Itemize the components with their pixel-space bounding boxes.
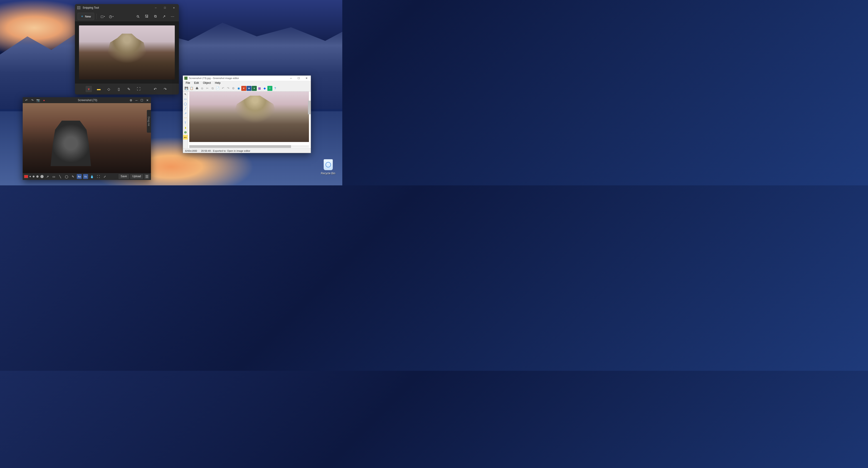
rect-tool[interactable]: ▭ — [183, 97, 188, 101]
screenshot-content — [189, 92, 309, 142]
size-3[interactable] — [36, 175, 39, 178]
save-button[interactable]: Save — [119, 174, 129, 179]
zoom-button[interactable] — [134, 13, 142, 20]
minimize-button[interactable]: ─ — [287, 76, 295, 81]
undo-button[interactable]: ↶ — [24, 98, 29, 103]
color-swatch[interactable] — [24, 175, 28, 178]
copy-icon[interactable]: ⧉ — [210, 86, 215, 91]
save-button[interactable]: 🖫 — [143, 13, 150, 20]
outlook-icon[interactable]: ◉ — [236, 86, 241, 91]
snipping-canvas[interactable] — [75, 21, 179, 84]
imgur-icon[interactable]: i — [268, 86, 272, 91]
snip-mode-button[interactable]: ◻▾ — [99, 13, 106, 20]
more-button[interactable]: ⋯ — [169, 13, 176, 20]
maximize-button[interactable]: ☐ — [139, 98, 145, 103]
resize-tool[interactable]: ⤢ — [102, 174, 107, 179]
size-4[interactable] — [40, 175, 43, 178]
pen-tool[interactable]: ▾ — [86, 86, 92, 92]
menu-help[interactable]: Help — [213, 81, 222, 85]
highlighter-tool[interactable]: ▬ — [96, 86, 102, 92]
blur-tool[interactable]: 💧 — [89, 174, 94, 179]
share-button[interactable]: ↗ — [160, 13, 167, 20]
clipboard-icon[interactable]: 📋 — [189, 86, 194, 91]
redo-button[interactable]: ↷ — [30, 98, 35, 103]
undo-icon[interactable]: ↶ — [220, 86, 225, 91]
line-tool[interactable]: ╱ — [183, 106, 188, 111]
save-icon[interactable]: 💾 — [184, 86, 189, 91]
highlight-tool[interactable]: abc — [183, 135, 188, 140]
crop-tool[interactable]: ⛶ — [135, 86, 142, 92]
text-tool[interactable]: Aa — [77, 174, 82, 179]
counter-tool[interactable]: ➊ — [183, 130, 188, 135]
snipping-edit-toolbar: ▾ ▬ ◇ ▯ ✎ ⛶ ↶ ↷ — [75, 84, 179, 94]
help-icon[interactable]: ? — [273, 86, 278, 91]
undo-button[interactable]: ↶ — [152, 86, 158, 92]
minimize-button[interactable]: ─ — [151, 4, 160, 11]
close-button[interactable]: ✕ — [303, 76, 310, 81]
line-tool[interactable]: ╲ — [58, 174, 63, 179]
touch-tool[interactable]: ✎ — [126, 86, 132, 92]
delete-icon[interactable]: ⊖ — [199, 86, 205, 91]
recycle-bin-icon — [324, 159, 333, 170]
ellipse-tool[interactable]: ◯ — [64, 174, 69, 179]
size-1[interactable] — [30, 176, 31, 177]
screenshot-preview — [79, 25, 175, 80]
maximize-button[interactable]: ☐ — [295, 76, 303, 81]
greenshot-canvas[interactable] — [188, 92, 311, 148]
speech-tool[interactable]: ◗ — [183, 125, 188, 130]
cursor-tool[interactable]: ↖ — [183, 92, 188, 96]
vertical-scrollbar[interactable] — [308, 100, 311, 114]
size-2[interactable] — [33, 176, 34, 177]
new-snip-button[interactable]: + New — [78, 13, 94, 20]
onenote-icon[interactable]: ▦ — [257, 86, 262, 91]
menu-button[interactable]: ☰ — [144, 174, 150, 179]
powerpoint-icon[interactable]: P — [241, 86, 246, 91]
word-icon[interactable]: W — [247, 86, 251, 91]
minimize-button[interactable]: ─ — [134, 98, 139, 103]
scrollbar-thumb[interactable] — [189, 145, 291, 148]
settings-button[interactable]: ⚙ — [128, 98, 134, 103]
excel-icon[interactable]: X — [252, 86, 257, 91]
arrow-tool[interactable]: ↗ — [45, 174, 50, 179]
maximize-button[interactable]: ☐ — [160, 4, 169, 11]
drag-handle[interactable]: Drag me — [147, 110, 151, 133]
close-button[interactable]: ✕ — [169, 4, 178, 11]
cut-icon[interactable]: ✂ — [205, 86, 210, 91]
dropbox-icon[interactable]: ◆ — [262, 86, 267, 91]
menu-edit[interactable]: Edit — [192, 81, 200, 85]
sharex-canvas[interactable]: Drag me — [23, 103, 151, 173]
text-tool[interactable]: T — [183, 121, 188, 125]
greenshot-body: ↖ ▭ ◯ ╱ ↗ 〰 T ◗ ➊ abc — [183, 92, 311, 148]
paste-icon[interactable]: 📄 — [215, 86, 220, 91]
redo-button[interactable]: ↷ — [162, 86, 168, 92]
record-button[interactable]: ● — [41, 98, 47, 103]
screenshot-content — [23, 103, 151, 173]
snipping-toolbar: + New ◻▾ ◷▾ 🖫 ⧉ ↗ ⋯ — [75, 11, 179, 21]
redo-icon[interactable]: ↷ — [226, 86, 230, 91]
greenshot-titlebar[interactable]: Screenshot (73).jpg - Greenshot image ed… — [183, 76, 311, 81]
eraser-tool[interactable]: ◇ — [105, 86, 112, 92]
recycle-bin[interactable]: Recycle Bin — [319, 159, 337, 175]
separator — [96, 13, 97, 19]
close-button[interactable]: ✕ — [145, 98, 150, 103]
pencil-tool[interactable]: ✎ — [70, 174, 75, 179]
upload-button[interactable]: Upload — [130, 174, 143, 179]
capture-button[interactable]: 📷 — [35, 98, 41, 103]
ruler-tool[interactable]: ▯ — [116, 86, 122, 92]
print-icon[interactable]: 🖶 — [194, 86, 199, 91]
crop-tool[interactable]: ⛶ — [96, 174, 101, 179]
ellipse-tool[interactable]: ◯ — [183, 101, 188, 106]
rect-tool[interactable]: ▭ — [51, 174, 56, 179]
sharex-titlebar[interactable]: ↶ ↷ 📷 ● Screenshot (73) ⚙ ─ ☐ ✕ — [23, 97, 151, 103]
copy-button[interactable]: ⧉ — [152, 13, 159, 20]
settings-icon[interactable]: ⚙ — [231, 86, 236, 91]
status-message: 20:56:49 - Exported to: Open in image ed… — [199, 149, 311, 152]
freehand-tool[interactable]: 〰 — [183, 116, 188, 120]
menu-object[interactable]: Object — [201, 81, 213, 85]
arrow-tool[interactable]: ↗ — [183, 111, 188, 116]
text-outline-tool[interactable]: Aa — [83, 174, 88, 179]
menu-file[interactable]: File — [184, 81, 192, 85]
greenshot-menubar: File Edit Object Help — [183, 81, 311, 85]
delay-button[interactable]: ◷▾ — [107, 13, 115, 20]
snipping-titlebar[interactable]: Snipping Tool ─ ☐ ✕ — [75, 4, 179, 11]
